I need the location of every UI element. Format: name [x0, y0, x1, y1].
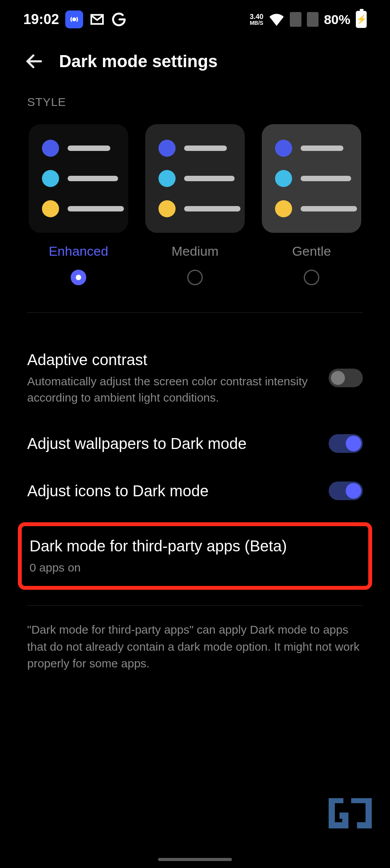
nav-handle[interactable] [158, 858, 232, 861]
sim-slot-2-icon [307, 12, 319, 27]
setting-wallpapers-dark[interactable]: Adjust wallpapers to Dark mode [27, 420, 363, 467]
status-time: 19:02 [23, 11, 59, 28]
style-options-row: Enhanced Medium Gentle [27, 124, 363, 285]
google-icon [111, 12, 127, 27]
toggle-adaptive-contrast[interactable] [329, 369, 363, 387]
svg-point-0 [73, 18, 76, 21]
setting-title-icons: Adjust icons to Dark mode [27, 481, 317, 501]
watermark-logo [324, 798, 374, 833]
toggle-icons-dark[interactable] [329, 482, 363, 500]
gmail-icon [89, 12, 105, 27]
setting-sub-thirdparty: 0 apps on [30, 560, 360, 576]
style-section-title: STYLE [27, 95, 363, 109]
network-speed-indicator: 3.40 MB/S [250, 13, 263, 26]
style-option-enhanced[interactable]: Enhanced [27, 124, 130, 285]
style-option-gentle[interactable]: Gentle [260, 124, 363, 285]
footnote-thirdparty: "Dark mode for third-party apps" can app… [27, 610, 363, 684]
setting-title-wallpapers: Adjust wallpapers to Dark mode [27, 434, 317, 453]
style-label-medium: Medium [172, 244, 219, 259]
divider [27, 312, 363, 313]
divider [27, 605, 363, 606]
style-preview-gentle [262, 124, 361, 233]
style-label-gentle: Gentle [292, 244, 331, 259]
setting-sub-adaptive: Automatically adjust the screen color co… [27, 373, 317, 406]
style-preview-medium [145, 124, 245, 233]
style-radio-medium[interactable] [187, 270, 203, 285]
toggle-wallpapers-dark[interactable] [329, 434, 363, 453]
style-radio-gentle[interactable] [304, 270, 319, 285]
wifi-icon [269, 13, 284, 26]
battery-percent: 80% [324, 12, 350, 27]
battery-charging-icon [356, 11, 367, 28]
style-label-enhanced: Enhanced [49, 244, 108, 259]
highlight-thirdparty: Dark mode for third-party apps (Beta) 0 … [18, 522, 372, 590]
style-radio-enhanced[interactable] [71, 270, 86, 285]
page-header: Dark mode settings [0, 35, 390, 95]
back-button[interactable] [23, 50, 45, 72]
setting-icons-dark[interactable]: Adjust icons to Dark mode [27, 467, 363, 515]
setting-thirdparty-apps[interactable]: Dark mode for third-party apps (Beta) 0 … [30, 536, 360, 576]
style-option-medium[interactable]: Medium [144, 124, 246, 285]
setting-adaptive-contrast[interactable]: Adaptive contrast Automatically adjust t… [27, 336, 363, 420]
sim-slot-1-icon [290, 12, 301, 27]
setting-title-adaptive: Adaptive contrast [27, 350, 317, 369]
setting-title-thirdparty: Dark mode for third-party apps (Beta) [30, 536, 360, 556]
page-title: Dark mode settings [59, 52, 218, 71]
wifi-calling-app-icon [65, 10, 83, 28]
status-bar: 19:02 3.40 MB/S 80% [0, 0, 390, 35]
style-preview-enhanced [29, 124, 128, 233]
